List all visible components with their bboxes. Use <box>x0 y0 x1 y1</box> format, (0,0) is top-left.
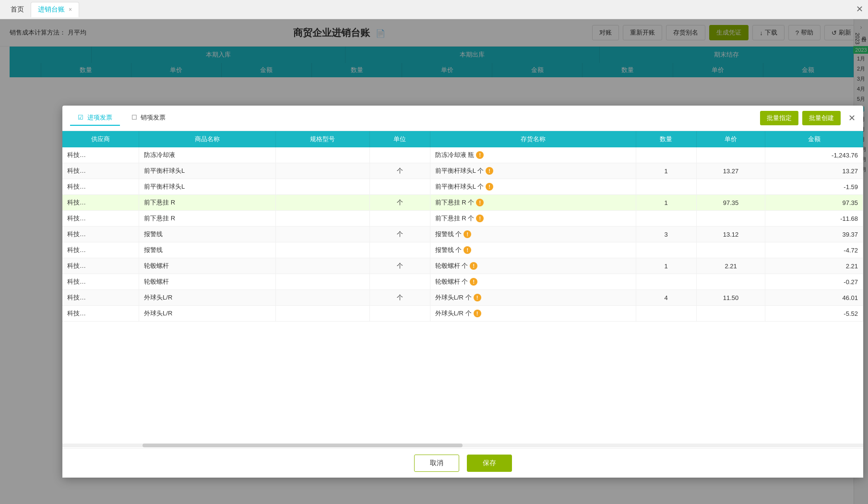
data-cell: 3 <box>636 227 696 242</box>
table-row: 科技…前平衡杆球头L前平衡杆球头L 个!-1.59 <box>62 179 863 195</box>
data-cell <box>369 306 430 322</box>
table-row: 科技…前下悬挂 R个前下悬挂 R 个!197.3597.35 <box>62 195 863 211</box>
inventory-cell: 轮毂螺杆 个! <box>430 274 636 290</box>
data-cell <box>369 242 430 258</box>
data-cell <box>636 306 696 322</box>
data-cell: 个 <box>369 290 430 306</box>
data-cell <box>275 274 369 290</box>
table-row: 科技…外球头L/R个外球头L/R 个!411.5046.01 <box>62 290 863 306</box>
data-cell: 前平衡杆球头L <box>139 179 276 195</box>
data-cell: 科技… <box>62 227 139 242</box>
warn-icon[interactable]: ! <box>476 199 484 206</box>
data-cell: 科技… <box>62 211 139 227</box>
table-row: 科技…防冻冷却液防冻冷却液 瓶!-1,243.76 <box>62 147 863 163</box>
data-cell: 13.27 <box>765 163 863 179</box>
data-cell <box>275 242 369 258</box>
data-cell: 1 <box>636 195 696 211</box>
data-cell: 科技… <box>62 290 139 306</box>
batch-assign-button[interactable]: 批量指定 <box>760 111 798 125</box>
data-cell <box>369 179 430 195</box>
table-row: 科技…外球头L/R外球头L/R 个!-5.52 <box>62 306 863 322</box>
data-cell: 科技… <box>62 274 139 290</box>
data-cell: 轮毂螺杆 <box>139 274 276 290</box>
data-cell <box>369 211 430 227</box>
invoice-table: 供应商 商品名称 规格型号 单位 存货名称 数量 单价 金额 科技…防冻冷却液防… <box>62 131 863 322</box>
warn-icon[interactable]: ! <box>486 183 493 191</box>
col-price: 单价 <box>696 131 765 147</box>
table-container[interactable]: 供应商 商品名称 规格型号 单位 存货名称 数量 单价 金额 科技…防冻冷却液防… <box>62 131 863 443</box>
batch-create-button[interactable]: 批量创建 <box>802 111 841 125</box>
main-content: 销售成本计算方法： 月平均 商贸企业进销台账 📄 对账 重新开账 存货别名 生成… <box>0 19 868 504</box>
data-cell <box>275 258 369 274</box>
data-cell: 13.27 <box>696 163 765 179</box>
data-cell <box>636 147 696 163</box>
warn-icon[interactable]: ! <box>474 310 481 317</box>
data-cell <box>696 306 765 322</box>
invoice-in-icon: ☑ <box>78 114 83 121</box>
tab-purchase-invoice[interactable]: ☑ 进项发票 <box>70 110 120 126</box>
warn-icon[interactable]: ! <box>476 151 484 159</box>
data-cell <box>275 195 369 211</box>
table-row: 科技…报警线个报警线 个!313.1239.37 <box>62 227 863 242</box>
warn-icon[interactable]: ! <box>486 167 493 175</box>
warn-icon[interactable]: ! <box>464 230 471 238</box>
warn-icon[interactable]: ! <box>464 246 471 254</box>
modal-header-right: 批量指定 批量创建 <box>760 111 841 125</box>
data-cell: 科技… <box>62 306 139 322</box>
data-cell: 外球头L/R <box>139 306 276 322</box>
data-cell: 前下悬挂 R <box>139 211 276 227</box>
data-cell: 46.01 <box>765 290 863 306</box>
data-cell <box>275 163 369 179</box>
col-product: 商品名称 <box>139 131 276 147</box>
data-cell: -11.68 <box>765 211 863 227</box>
col-amount: 金额 <box>765 131 863 147</box>
data-cell: 2.21 <box>765 258 863 274</box>
inventory-cell: 防冻冷却液 瓶! <box>430 147 636 163</box>
data-cell: 个 <box>369 163 430 179</box>
data-cell <box>636 242 696 258</box>
modal-footer: 取消 保存 <box>62 448 863 478</box>
modal-close-icon[interactable]: ✕ <box>848 113 856 123</box>
warn-icon[interactable]: ! <box>470 278 477 286</box>
col-supplier: 供应商 <box>62 131 139 147</box>
cancel-button[interactable]: 取消 <box>414 455 459 472</box>
data-cell: -0.27 <box>765 274 863 290</box>
tab-close-icon[interactable]: × <box>69 6 72 13</box>
data-cell <box>696 242 765 258</box>
data-cell: 轮毂螺杆 <box>139 258 276 274</box>
warn-icon[interactable]: ! <box>474 294 481 301</box>
data-cell: 11.50 <box>696 290 765 306</box>
data-cell: 外球头L/R <box>139 290 276 306</box>
table-row: 科技…报警线报警线 个!-4.72 <box>62 242 863 258</box>
data-cell: 1 <box>636 163 696 179</box>
data-cell: 报警线 <box>139 242 276 258</box>
data-cell <box>275 147 369 163</box>
window-close-icon[interactable]: ✕ <box>856 4 863 14</box>
tab-ledger[interactable]: 进销台账 × <box>31 2 79 17</box>
tab-sale-invoice[interactable]: ☐ 销项发票 <box>124 110 174 126</box>
tab-home[interactable]: 首页 <box>4 2 31 17</box>
inventory-cell: 外球头L/R 个! <box>430 306 636 322</box>
data-cell <box>636 179 696 195</box>
data-cell: 报警线 <box>139 227 276 242</box>
save-button[interactable]: 保存 <box>467 455 512 472</box>
horizontal-scrollbar[interactable] <box>62 444 863 447</box>
modal-body: 供应商 商品名称 规格型号 单位 存货名称 数量 单价 金额 科技…防冻冷却液防… <box>62 131 863 448</box>
data-cell: 97.35 <box>696 195 765 211</box>
data-cell <box>275 306 369 322</box>
tab-bar: 首页 进销台账 × ✕ <box>0 0 868 19</box>
table-row: 科技…前下悬挂 R前下悬挂 R 个!-11.68 <box>62 211 863 227</box>
inventory-cell: 前下悬挂 R 个! <box>430 195 636 211</box>
scrollbar-thumb <box>143 444 463 447</box>
data-cell: 1 <box>636 258 696 274</box>
data-cell: 个 <box>369 227 430 242</box>
warn-icon[interactable]: ! <box>470 262 477 270</box>
data-cell: 前平衡杆球头L <box>139 163 276 179</box>
data-cell <box>275 290 369 306</box>
data-cell: -1.59 <box>765 179 863 195</box>
warn-icon[interactable]: ! <box>476 215 484 222</box>
data-cell: 2.21 <box>696 258 765 274</box>
data-cell: 科技… <box>62 242 139 258</box>
inventory-cell: 报警线 个! <box>430 227 636 242</box>
data-cell <box>275 211 369 227</box>
